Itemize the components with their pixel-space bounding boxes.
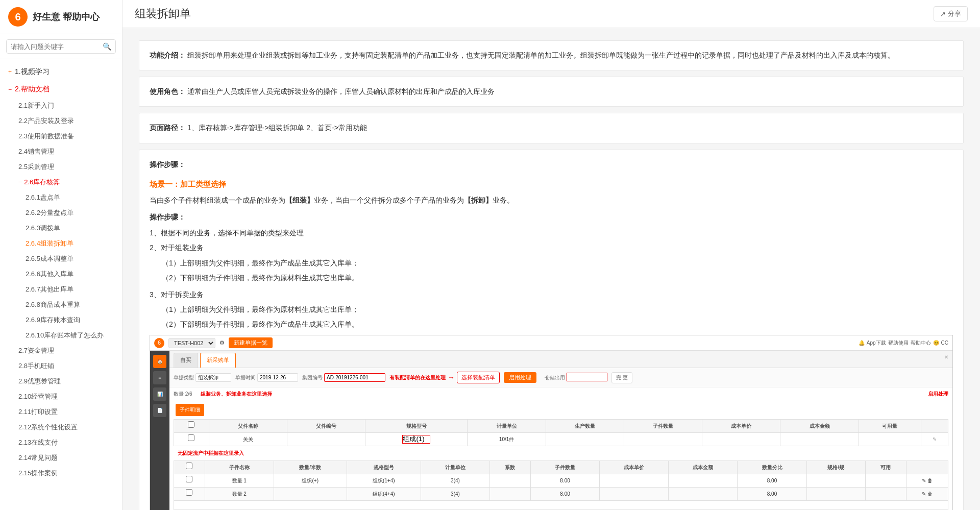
nav-sub-264[interactable]: 2.6.4组装拆卸单 [0,236,122,251]
field-date: 单据时间 [235,373,298,382]
nav-sub-268[interactable]: 2.6.8商品成本重算 [0,297,122,312]
step-2-1: （1）上部明细为父件明细，最终作为产成品生成其它入库单； [150,257,953,270]
home-icon[interactable]: 🏠 [153,355,166,368]
nav-section-1: + 1.视频学习 [0,63,122,81]
company-selector[interactable]: TEST-H002 [168,338,215,348]
child-unit-1: 3(4) [421,474,489,488]
annotation-group-1: 有装配清单的在这里处理 → 选择装配清单 启用处理 [389,371,536,384]
nav-sub-214[interactable]: 2.14常见问题 [0,450,122,466]
parent-name-cell[interactable]: 关关 [209,433,287,446]
field-group-input[interactable] [324,373,385,382]
col-parent-code: 父件编号 [287,420,365,433]
scene1-title: 场景一：加工类型选择 [150,177,953,191]
child-select-all[interactable] [186,463,192,469]
select-all-checkbox[interactable] [188,421,194,428]
col-action [921,420,948,433]
app-tab-purchase[interactable]: 新采购单 [200,353,236,368]
content-area: 功能介绍： 组装拆卸单用来处理企业组装或拆卸等加工业务，支持有固定装配清单的产品… [122,28,980,510]
close-tab-icon[interactable]: ✕ [944,353,948,368]
app-tab-home[interactable]: 自买 [174,353,198,368]
app-form-bar: 单据类型 单据时间 集团编号 [169,368,952,387]
nav-sub-29[interactable]: 2.9优惠券管理 [0,374,122,389]
child-row-1: 数量 1 组织(+) 组织(1+4) 3(4) 8.00 8.00 [174,474,948,488]
col-checkbox [174,420,209,433]
step-3: 3、对于拆卖业务 [150,288,953,301]
parent-spec-input[interactable] [402,435,430,444]
edit-icon[interactable]: ✎ [933,436,937,442]
child-unit-2: 3(4) [421,488,489,501]
child-delete-icon-2[interactable]: 🗑 [927,491,933,497]
doc-icon[interactable]: 📄 [153,404,166,417]
help-center-link[interactable]: 帮助中心 [911,338,931,348]
nav-sub-263[interactable]: 2.6.3调拨单 [0,221,122,236]
nav-sub-262[interactable]: 2.6.2分量盘点单 [0,205,122,221]
child-col-spec2: 规格/规 [806,461,865,474]
sidebar-item-video[interactable]: + 1.视频学习 [0,63,122,81]
child-row-checkbox-1[interactable] [186,476,192,482]
nav-sub-28[interactable]: 2.8手机旺铺 [0,358,122,374]
role-intro-text: 通常由生产人员或库管人员完成拆装业务的操作，库管人员确认原材料的出库和产成品的入… [187,87,495,95]
share-button[interactable]: ↗ 分享 [934,6,968,21]
new-document-btn[interactable]: 新建单据一览 [229,337,273,348]
nav-sub-213[interactable]: 2.13在线支付 [0,435,122,450]
child-name-2[interactable]: 数量 2 [205,488,274,501]
nav-sub-27[interactable]: 2.7资金管理 [0,343,122,358]
logo-icon: 6 [8,7,28,27]
nav-sub-21[interactable]: 2.1新手入门 [0,98,122,113]
nav-sub-212[interactable]: 2.12系统个性化设置 [0,420,122,435]
help-use-link[interactable]: 帮助使用 [888,338,909,348]
child-col-coeff: 系数 [489,461,530,474]
feature-intro-section: 功能介绍： 组装拆卸单用来处理企业组装或拆卸等加工业务，支持有固定装配清单的产品… [139,40,964,70]
parent-child-qty-cell [624,433,702,446]
nav-sub-2610[interactable]: 2.6.10库存账本错了怎么办 [0,328,122,343]
search-box[interactable]: 🔍 [6,39,116,54]
child-col-cost-amount: 成本金额 [669,461,738,474]
field-type-input[interactable] [195,373,231,382]
parent-code-cell [287,433,365,446]
select-bom-btn[interactable]: 选择装配清单 [457,372,500,383]
col-cost-price: 成本单价 [702,420,780,433]
nav-sub-215[interactable]: 2.15操作案例 [0,466,122,481]
child-cost-amount-1 [669,474,738,488]
nav-sub-23[interactable]: 2.3使用前数据准备 [0,129,122,144]
nav-sub-265[interactable]: 2.6.5成本调整单 [0,251,122,266]
field-date-input[interactable] [257,373,298,382]
list-icon[interactable]: ≡ [153,371,166,384]
sidebar-item-help-docs[interactable]: − 2.帮助文档 [0,81,122,98]
confirm-btn[interactable]: 完 更 [611,372,632,383]
sidebar-item-video-label: 1.视频学习 [15,67,50,77]
row-checkbox[interactable] [188,434,194,441]
enable-process-btn[interactable]: 启用处理 [504,372,536,383]
child-delete-icon-1[interactable]: 🗑 [927,478,933,483]
child-name-1[interactable]: 数量 1 [205,474,274,488]
nav-sub-269[interactable]: 2.6.9库存账本查询 [0,312,122,328]
sidebar: 6 好生意 帮助中心 🔍 + 1.视频学习 − 2.帮助文档 2.1新手入门 2… [0,0,122,510]
chart-icon[interactable]: 📊 [153,387,166,401]
nav-sub-210[interactable]: 2.10经营管理 [0,389,122,404]
nav-sub-211[interactable]: 2.11打印设置 [0,404,122,420]
nav-sub-267[interactable]: 2.6.7其他出库单 [0,282,122,297]
field-warehouse-input[interactable] [567,373,607,381]
child-col-name: 子件名称 [205,461,274,474]
toggle-icon-2: − [8,86,12,93]
annotation-row: 数量 2/6 组装业务、拆卸业务在这里选择 启用处理 [169,387,952,401]
child-qty-ratio-2: 8.00 [738,488,806,501]
child-spec-2: 组织(4+4) [347,488,421,501]
child-row-checkbox-2[interactable] [186,489,192,496]
nav-sub-261[interactable]: 2.6.1盘点单 [0,190,122,205]
path-intro-section: 页面路径： 1、库存核算->库存管理->组装拆卸单 2、首页->常用功能 [139,113,964,143]
nav-sub-22[interactable]: 2.2产品安装及登录 [0,113,122,129]
nav-sub-24[interactable]: 2.4销售管理 [0,144,122,159]
path-intro-text: 1、库存核算->库存管理->组装拆卸单 2、首页->常用功能 [187,124,367,132]
search-icon[interactable]: 🔍 [103,42,111,51]
app-download-link[interactable]: App下载 [867,338,886,348]
child-edit-icon-1[interactable]: ✎ [922,478,926,483]
child-qty-ratio-1: 8.00 [738,474,806,488]
share-icon: ↗ [940,10,946,18]
child-edit-icon-2[interactable]: ✎ [922,491,926,497]
nav-sub-26[interactable]: − 2.6库存核算 [0,175,122,190]
nav-sub-25[interactable]: 2.5采购管理 [0,159,122,175]
child-table-container: 子件名称 数量/米数 规格型号 计量单位 系数 子件数量 成本单价 成本金额 数 [169,460,952,510]
nav-sub-266[interactable]: 2.6.6其他入库单 [0,266,122,282]
search-input[interactable] [11,43,103,51]
